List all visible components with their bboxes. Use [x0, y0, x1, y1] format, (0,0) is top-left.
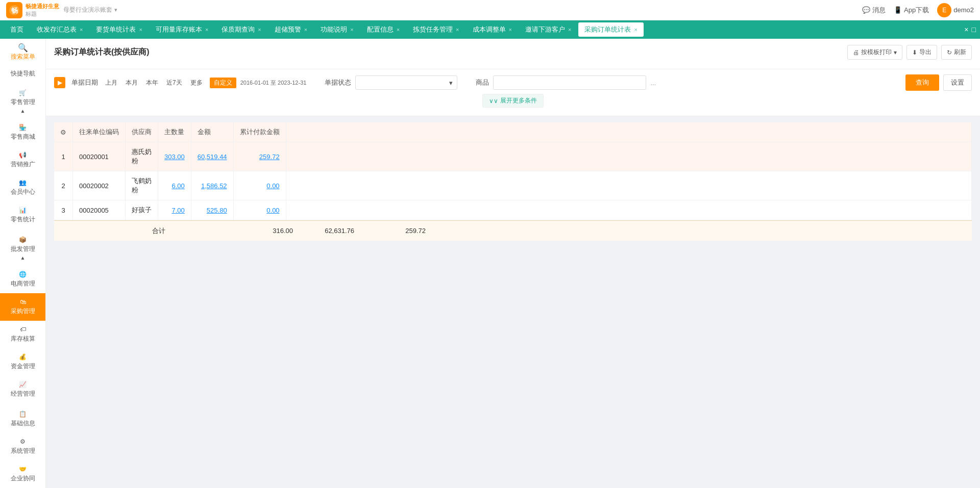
sidebar-item-ecommerce[interactable]: 🌐 电商管理 — [0, 266, 45, 293]
filter-date-group: 单据日期 上月 本月 本年 近7天 更多 自定义 — [71, 78, 236, 88]
maximize-button[interactable]: □ — [972, 25, 976, 34]
sidebar-item-ops-mgmt[interactable]: 📈 经营管理 — [0, 376, 45, 403]
breadcrumb-arrow: ▾ — [114, 7, 117, 13]
sidebar-item-retail-mgmt[interactable]: 🛒 零售管理 ▲ — [0, 84, 45, 119]
col-settings[interactable]: ⚙ — [54, 122, 73, 142]
sidebar-item-basic-info[interactable]: 📋 基础信息 — [0, 405, 45, 433]
close-tab-order-summary[interactable]: × — [139, 27, 142, 33]
close-tab-invite-client[interactable]: × — [568, 27, 571, 33]
close-tab-config-info[interactable]: × — [397, 27, 400, 33]
sidebar-item-sys-mgmt[interactable]: ⚙ 系统管理 — [0, 433, 45, 460]
last-month-shortcut[interactable]: 上月 — [102, 78, 120, 88]
export-icon: ⬇ — [912, 49, 917, 56]
close-tab-shelf-life[interactable]: × — [258, 27, 261, 33]
user-profile[interactable]: E demo2 — [937, 3, 974, 17]
template-print-button[interactable]: 🖨 按模板打印 ▾ — [847, 45, 902, 60]
filter-settings-button[interactable]: 设置 — [943, 74, 972, 91]
more-dates-shortcut[interactable]: 更多 — [187, 78, 206, 88]
search-button[interactable]: 查询 — [905, 74, 939, 91]
expand-icon: ∨∨ — [489, 97, 498, 105]
filter-area: ▶ 单据日期 上月 本月 本年 近7天 更多 自定义 2016-01-01 — [46, 69, 980, 116]
this-month-shortcut[interactable]: 本月 — [122, 78, 141, 88]
close-all-tabs-button[interactable]: × — [964, 25, 968, 34]
sidebar-item-wholesale-mgmt[interactable]: 📦 批发管理 ▲ — [0, 231, 45, 266]
last-7-days-shortcut[interactable]: 近7天 — [163, 78, 185, 88]
close-tab-receive-summary[interactable]: × — [80, 27, 83, 33]
tab-over-stock[interactable]: 超储预警 × — [268, 22, 313, 37]
row-code-0: 00020001 — [73, 142, 126, 171]
filter-toggle-button[interactable]: ▶ — [54, 77, 65, 88]
more-filters-icon[interactable]: ... — [650, 79, 656, 87]
breadcrumb-text: 母婴行业演示账套 — [63, 6, 112, 14]
tab-receive-summary[interactable]: 收发存汇总表 × — [31, 22, 89, 37]
main-layout: 🔍 搜索菜单 快捷导航 🛒 零售管理 ▲ 🏪 零售商城 📢 营销推广 👥 会员中… — [0, 39, 980, 488]
export-button[interactable]: ⬇ 导出 — [906, 45, 937, 60]
row-quantity-2: 7.00 — [158, 200, 191, 220]
tab-cost-adjust[interactable]: 成本调整单 × — [467, 22, 518, 37]
page-title: 采购订单统计表(按供应商) — [54, 47, 150, 58]
sidebar-item-enterprise-collab[interactable]: 🤝 企业协同 — [0, 460, 45, 488]
tab-shelf-life[interactable]: 保质期查询 × — [215, 22, 267, 37]
status-select[interactable]: ▾ — [355, 75, 457, 90]
sidebar-item-retail-store[interactable]: 🏪 零售商城 — [0, 119, 45, 146]
goods-search-input[interactable] — [493, 75, 646, 90]
tab-purchase-summary[interactable]: 采购订单统计表 × — [578, 22, 643, 37]
col-quantity: 主数量 — [158, 122, 191, 142]
close-tab-available-stock[interactable]: × — [205, 27, 208, 33]
message-button[interactable]: 💬 消息 — [862, 6, 886, 15]
close-tab-function-desc[interactable]: × — [350, 27, 353, 33]
date-range-display: 2016-01-01 至 2023-12-31 — [240, 79, 307, 87]
date-filter-label: 单据日期 — [71, 78, 98, 87]
sidebar-item-inventory-check[interactable]: 🏷 库存核算 — [0, 321, 45, 348]
filter-status-group: 单据状态 ▾ — [325, 75, 457, 90]
content-area: 采购订单统计表(按供应商) 🖨 按模板打印 ▾ ⬇ 导出 ↻ 刷新 — [46, 39, 980, 488]
page-actions: 🖨 按模板打印 ▾ ⬇ 导出 ↻ 刷新 — [847, 45, 972, 60]
filter-action-buttons: 查询 设置 — [905, 74, 972, 91]
page-header: 采购订单统计表(按供应商) 🖨 按模板打印 ▾ ⬇ 导出 ↻ 刷新 — [46, 39, 980, 69]
nav-tabs: 首页 收发存汇总表 × 要货单统计表 × 可用量库存账本 × 保质期查询 × 超… — [0, 20, 980, 39]
row-quantity-0: 303.00 — [158, 142, 191, 171]
close-tab-pick-task[interactable]: × — [456, 27, 459, 33]
col-supplier: 供应商 — [126, 122, 158, 142]
tab-home[interactable]: 首页 — [4, 22, 30, 37]
breadcrumb[interactable]: 母婴行业演示账套 ▾ — [63, 6, 117, 14]
tab-config-info[interactable]: 配置信息 × — [361, 22, 406, 37]
download-icon: 📱 — [894, 6, 902, 14]
custom-date-badge[interactable]: 自定义 — [210, 78, 236, 88]
app-download-button[interactable]: 📱 App下载 — [894, 6, 929, 15]
sidebar-item-search[interactable]: 🔍 搜索菜单 — [0, 39, 45, 65]
sidebar-item-finance-mgmt[interactable]: 💰 资金管理 — [0, 348, 45, 376]
close-tab-cost-adjust[interactable]: × — [509, 27, 512, 33]
row-supplier-2: 好孩子 — [126, 200, 158, 220]
tab-function-desc[interactable]: 功能说明 × — [314, 22, 359, 37]
sidebar-item-retail-stats[interactable]: 📊 零售统计 — [0, 201, 45, 229]
tab-order-summary[interactable]: 要货单统计表 × — [90, 22, 148, 37]
svg-text:畅: 畅 — [11, 7, 18, 14]
refresh-button[interactable]: ↻ 刷新 — [941, 45, 972, 60]
logo-area: 畅 畅捷通好生意 标题 — [6, 2, 59, 18]
close-tab-purchase-summary[interactable]: × — [634, 27, 637, 33]
table-row: 2 00020002 飞鹤奶粉 6.00 1,586.52 0.00 — [54, 171, 972, 200]
table-row: 3 00020005 好孩子 7.00 525.80 0.00 — [54, 200, 972, 220]
tab-available-stock[interactable]: 可用量库存账本 × — [150, 22, 214, 37]
table-footer: 合计 316.00 62,631.76 259.72 — [54, 220, 972, 241]
close-tab-over-stock[interactable]: × — [304, 27, 307, 33]
sidebar-item-members[interactable]: 👥 会员中心 — [0, 174, 45, 201]
row-paid-1: 0.00 — [233, 171, 286, 200]
sidebar-item-purchase-mgmt[interactable]: 🛍 采购管理 — [0, 293, 45, 321]
this-year-shortcut[interactable]: 本年 — [143, 78, 161, 88]
nav-tabs-controls: × □ — [964, 25, 976, 34]
footer-quantity: 316.00 — [273, 227, 293, 235]
footer-label: 合计 — [152, 227, 165, 235]
row-code-1: 00020002 — [73, 171, 126, 200]
sidebar-item-shortcut[interactable]: 快捷导航 — [0, 65, 45, 82]
row-amount-1: 1,586.52 — [191, 171, 233, 200]
chevron-down-icon: ▾ — [894, 49, 897, 56]
sidebar-item-marketing[interactable]: 📢 营销推广 — [0, 146, 45, 174]
expand-more-button[interactable]: ∨∨ 展开更多条件 — [482, 94, 544, 108]
row-code-2: 00020005 — [73, 200, 126, 220]
row-supplier-1: 飞鹤奶粉 — [126, 171, 158, 200]
table-row: 1 00020001 惠氏奶粉 303.00 60,519.44 259.72 — [54, 142, 972, 171]
tab-pick-task[interactable]: 拣货任务管理 × — [407, 22, 465, 37]
tab-invite-client[interactable]: 邀请下游客户 × — [519, 22, 577, 37]
